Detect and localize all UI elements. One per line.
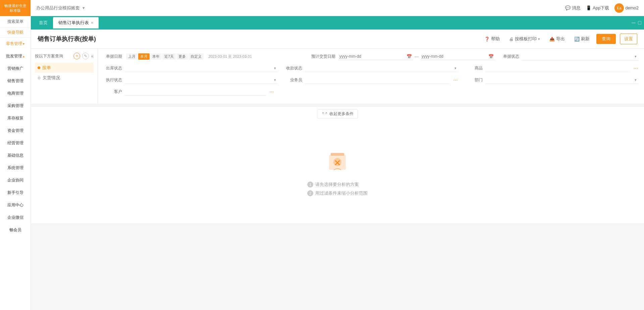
date-tab-more[interactable]: 更多 [176, 53, 188, 60]
order-status-label: 单据状态 [500, 54, 519, 59]
sidebar-item-purchase[interactable]: 采购管理 [0, 100, 31, 112]
calendar-start-icon[interactable]: 📅 [407, 54, 412, 59]
collapse-left-btn[interactable]: « [91, 53, 94, 59]
settings-btn[interactable]: 设置 [620, 34, 637, 44]
scheme-item-default[interactable]: 按单 [35, 63, 94, 73]
execution-status-select[interactable] [125, 76, 278, 84]
filter-row-3: 执行状态 业务员 ··· 部门 [103, 76, 639, 84]
query-btn[interactable]: 查询 [596, 34, 616, 44]
scheme-owed-icon: ⊙ [38, 76, 41, 80]
filter-row-1: 单据日期 上月 本月 本年 近7天 更多 自定义 2023-03-01 至 20… [103, 53, 639, 60]
product-more-btn[interactable]: ··· [633, 66, 639, 71]
sidebar-item-system[interactable]: 系统管理 [0, 162, 31, 174]
settings-label: 设置 [624, 36, 633, 42]
query-label: 查询 [602, 36, 610, 42]
sidebar-item-ops[interactable]: 经营管理 [0, 137, 31, 149]
sidebar-item-wechat[interactable]: 企业微信 [0, 211, 31, 224]
topbar-breadcrumb: 办公用品行业模拟账套 [36, 5, 80, 11]
sidebar-item-corp[interactable]: 企业协同 [0, 174, 31, 187]
sidebar-item-marketing[interactable]: 营销推广 [0, 62, 31, 75]
empty-state: 1 请先选择要分析的方案 2 用过滤条件来缩小分析范围 [31, 121, 644, 223]
department-select-wrapper[interactable] [485, 76, 639, 84]
sidebar-item-member[interactable]: 畅会员 [0, 224, 31, 236]
topbar-app-download-btn[interactable]: 📱 App下载 [586, 5, 609, 11]
order-status-select-wrapper[interactable] [522, 53, 639, 60]
scheme-owed-label: 欠货情况 [43, 75, 60, 81]
topbar-user-btn[interactable]: Ea demo2 [614, 3, 639, 13]
edit-scheme-btn[interactable]: ✎ [82, 53, 89, 59]
product-input[interactable] [485, 64, 630, 72]
export-btn[interactable]: 📤 导出 [547, 35, 568, 43]
topbar-message-btn[interactable]: 💬 消息 [565, 5, 581, 11]
receipt-status-select[interactable] [305, 64, 458, 72]
expected-date-start-wrap: 📅 [338, 53, 413, 60]
scheme-label: 按以下方案查询 [35, 53, 63, 59]
ops-label: 经营管理 [7, 140, 23, 146]
collapse-more-btn[interactable]: ⌃⌃ 收起更多条件 [317, 109, 358, 118]
page-actions: ❓ 帮助 🖨 按模板打印 ▾ 📤 导出 🔄 刷新 查询 [482, 34, 637, 44]
date-tab-last-month[interactable]: 上月 [126, 53, 138, 60]
member-label: 畅会员 [9, 227, 21, 233]
maximize-btn[interactable]: □ [638, 20, 641, 26]
refresh-btn[interactable]: 🔄 刷新 [572, 35, 592, 43]
empty-illustration [324, 148, 351, 175]
tab-home[interactable]: 首页 [34, 17, 53, 29]
print-btn[interactable]: 🖨 按模板打印 ▾ [506, 35, 543, 43]
help-label: 帮助 [491, 36, 500, 42]
expected-date-range: 📅 — 📅 [338, 53, 495, 60]
minimize-btn[interactable]: ─ [632, 20, 635, 26]
sidebar-item-retail[interactable]: 零售管理 ▾ [0, 38, 31, 50]
sidebar-item-apps[interactable]: 应用中心 [0, 199, 31, 211]
sidebar-item-wholesale[interactable]: 批发管理 ▴ [0, 50, 31, 62]
order-status-select[interactable] [522, 53, 639, 60]
collapse-more-label: 收起更多条件 [329, 111, 354, 117]
breadcrumb-dropdown-icon[interactable]: ▾ [83, 5, 85, 10]
date-range-text: 2023-03-01 至 2023-03-31 [208, 54, 252, 59]
basic-label: 基础信息 [7, 153, 23, 158]
help-icon: ❓ [484, 37, 490, 42]
customer-input[interactable] [125, 88, 266, 96]
sidebar-item-sales[interactable]: 销售管理 [0, 75, 31, 87]
export-label: 导出 [556, 36, 565, 42]
customer-field: 客户 ··· [103, 88, 275, 96]
shipment-status-select-wrapper[interactable] [125, 64, 278, 72]
shipment-status-select[interactable] [125, 64, 278, 72]
sales-label: 销售管理 [7, 78, 23, 84]
sidebar-item-newbie[interactable]: 新手引导 [0, 187, 31, 199]
department-select[interactable] [485, 76, 639, 84]
refresh-label: 刷新 [581, 36, 590, 42]
wholesale-arrow-icon: ▴ [23, 54, 24, 58]
sidebar-search-menu[interactable]: 搜索菜单 [0, 16, 31, 28]
order-status-field: 单据状态 [500, 53, 639, 60]
tab-close-icon[interactable]: × [91, 21, 93, 25]
execution-status-select-wrapper[interactable] [125, 76, 278, 84]
sidebar-item-ecommerce[interactable]: 电商管理 [0, 87, 31, 100]
ecommerce-label: 电商管理 [7, 91, 23, 96]
date-tab-custom[interactable]: 自定义 [189, 53, 204, 60]
calendar-end-icon[interactable]: 📅 [488, 54, 494, 59]
date-tab-this-month[interactable]: 本月 [138, 53, 150, 60]
execution-status-field: 执行状态 [103, 76, 278, 84]
user-name-label: demo2 [625, 5, 639, 10]
add-scheme-btn[interactable]: + [73, 53, 80, 59]
main-area: 办公用品行业模拟账套 ▾ 💬 消息 📱 App下载 Ea demo2 首页 [31, 0, 644, 310]
message-icon: 💬 [565, 5, 571, 10]
expected-date-end[interactable] [422, 54, 489, 59]
help-btn[interactable]: ❓ 帮助 [482, 35, 502, 43]
receipt-status-select-wrapper[interactable] [305, 64, 458, 72]
tip-text-2: 用过滤条件来缩小分析范围 [315, 190, 368, 196]
shipment-status-field: 出库状态 [103, 64, 278, 72]
sidebar-quick-nav[interactable]: 快捷导航 [0, 28, 31, 38]
tab-home-label: 首页 [39, 20, 48, 25]
salesperson-more-btn[interactable]: ··· [452, 78, 458, 83]
date-tab-this-year[interactable]: 本年 [150, 53, 162, 60]
sidebar-item-inventory[interactable]: 库存核算 [0, 112, 31, 124]
salesperson-input[interactable] [305, 76, 450, 84]
customer-more-btn[interactable]: ··· [269, 89, 274, 95]
sidebar-item-basic[interactable]: 基础信息 [0, 149, 31, 162]
sidebar-item-finance[interactable]: 资金管理 [0, 124, 31, 137]
date-tab-7days[interactable]: 近7天 [162, 53, 176, 60]
tab-sales-order[interactable]: 销售订单执行表 × [53, 17, 99, 29]
expected-date-start[interactable] [339, 54, 407, 59]
scheme-item-owed[interactable]: ⊙ 欠货情况 [35, 73, 94, 83]
